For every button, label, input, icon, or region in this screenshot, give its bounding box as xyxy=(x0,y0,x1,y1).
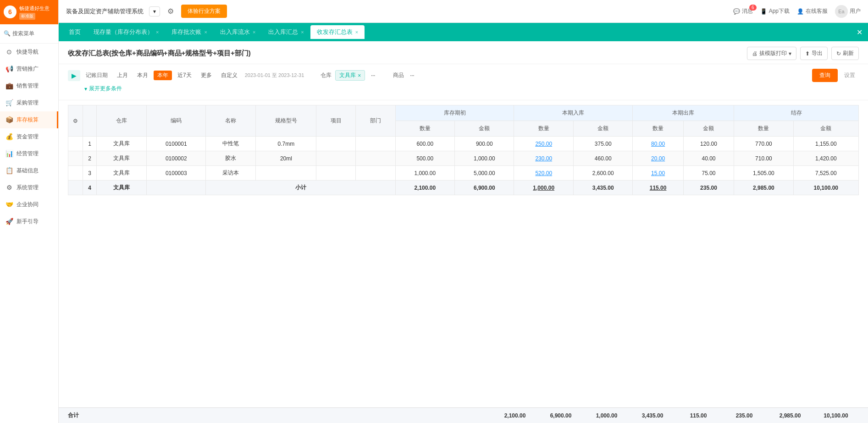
header-settings-button[interactable]: ⚙ xyxy=(166,5,176,17)
tab-home[interactable]: 首页 xyxy=(62,25,87,39)
sidebar-item-marketing[interactable]: 📢 营销推广 xyxy=(0,60,58,77)
sidebar-item-guide[interactable]: 🚀 新手引导 xyxy=(0,213,58,230)
subtotal-in-amt: 3,435.00 xyxy=(573,181,632,195)
date-btn-more[interactable]: 更多 xyxy=(197,71,216,80)
th-in-amt: 金额 xyxy=(573,121,632,137)
total-end-qty: 2,985.00 xyxy=(767,412,813,419)
date-btn-last-month[interactable]: 上月 xyxy=(113,71,132,80)
search-menu-button[interactable]: 🔍 搜索菜单 xyxy=(4,28,55,39)
row-code: 0100003 xyxy=(147,166,206,181)
date-btn-this-year[interactable]: 本年 xyxy=(154,71,172,80)
total-in-qty: 1,000.00 xyxy=(584,412,630,419)
message-action[interactable]: 💬 消息 6 xyxy=(733,7,753,15)
row-out-qty[interactable]: 20.00 xyxy=(633,151,683,166)
avatar: Ea xyxy=(835,5,848,18)
online-service-action[interactable]: 👤 在线客服 xyxy=(797,7,828,15)
logo-text: 畅捷通好生意 标准版 xyxy=(19,5,50,20)
settings-link-button[interactable]: 设置 xyxy=(840,70,859,81)
row-open-amt: 5,000.00 xyxy=(455,166,514,181)
tab-bar-close-button[interactable]: ✕ xyxy=(855,26,864,38)
sidebar-item-collab[interactable]: 🤝 企业协同 xyxy=(0,196,58,213)
row-out-qty[interactable]: 15.00 xyxy=(633,166,683,181)
date-btn-7days[interactable]: 近7天 xyxy=(174,71,195,80)
sidebar-item-basic-info[interactable]: 📋 基础信息 xyxy=(0,162,58,179)
total-out-amt: 235.00 xyxy=(721,412,767,419)
tab-inout-flow[interactable]: 出入库流水 × xyxy=(214,25,262,39)
th-in-qty: 数量 xyxy=(514,121,573,137)
row-spec: 20ml xyxy=(256,151,316,166)
date-btn-custom[interactable]: 自定义 xyxy=(217,71,241,80)
th-settings[interactable]: ⚙ xyxy=(68,105,83,137)
sidebar-item-system[interactable]: ⚙ 系统管理 xyxy=(0,179,58,196)
chevron-down-icon: ▾ xyxy=(789,50,791,57)
subtotal-label: 小计 xyxy=(206,181,395,195)
print-button[interactable]: 🖨 拔模版打印 ▾ xyxy=(747,47,796,60)
tab-close-inventory-dist[interactable]: × xyxy=(156,30,159,35)
subtotal-row: 4 文具库 小计 2,100.00 6,900.00 1,000.00 3,43… xyxy=(68,181,859,195)
sidebar-item-inventory[interactable]: 📦 库存核算 xyxy=(0,111,58,128)
date-filter-label: 记账日期 xyxy=(86,71,108,79)
row-out-qty[interactable]: 80.00 xyxy=(633,137,683,151)
message-badge: 6 xyxy=(749,5,757,11)
expand-icon: ▾ xyxy=(84,86,87,92)
th-spec: 规格型号 xyxy=(256,105,316,137)
system-title: 装备及固定资产辅助管理系统 xyxy=(66,7,144,16)
row-num: 2 xyxy=(83,151,97,166)
sidebar-item-sales[interactable]: 💼 销售管理 xyxy=(0,77,58,94)
subtotal-end-qty: 2,985.00 xyxy=(734,181,793,195)
total-values: 2,100.00 6,900.00 1,000.00 3,435.00 115.… xyxy=(492,412,859,419)
refresh-button[interactable]: ↻ 刷新 xyxy=(831,47,859,60)
row-dept xyxy=(356,166,395,181)
system-dropdown[interactable]: ▾ xyxy=(149,6,160,16)
sidebar-search[interactable]: 🔍 搜索菜单 xyxy=(0,24,58,44)
query-button[interactable]: 查询 xyxy=(812,69,838,82)
date-range-display: 2023-01-01 至 2023-12-31 xyxy=(245,72,304,79)
th-period-out: 本期出库 xyxy=(633,105,734,121)
filter-expand-arrow[interactable]: ▶ xyxy=(68,70,80,81)
row-in-qty[interactable]: 230.00 xyxy=(514,151,573,166)
th-opening: 库存期初 xyxy=(395,105,514,121)
bottom-total-bar: 合计 2,100.00 6,900.00 1,000.00 3,435.00 1… xyxy=(59,407,868,423)
table-row: 3 文具库 0100003 采访本 1,000.00 5,000.00 520.… xyxy=(68,166,859,181)
row-in-qty[interactable]: 250.00 xyxy=(514,137,573,151)
total-open-qty: 2,100.00 xyxy=(492,412,538,419)
system-icon: ⚙ xyxy=(6,184,13,191)
warehouse-more-button[interactable]: ··· xyxy=(369,71,376,80)
sidebar-item-quick-nav[interactable]: ⊙ 快捷导航 xyxy=(0,44,58,60)
tab-close-recv-send-summary[interactable]: × xyxy=(355,30,358,35)
export-button[interactable]: ⬆ 导出 xyxy=(800,47,828,60)
row-code: 0100001 xyxy=(147,137,206,151)
tab-close-batch[interactable]: × xyxy=(204,30,207,35)
table-row: 1 文具库 0100001 中性笔 0.7mm 600.00 900.00 25… xyxy=(68,137,859,151)
row-in-qty[interactable]: 520.00 xyxy=(514,166,573,181)
trial-button[interactable]: 体验行业方案 xyxy=(181,5,227,18)
date-btn-this-month[interactable]: 本月 xyxy=(133,71,152,80)
warehouse-tag-close[interactable]: × xyxy=(358,72,361,79)
marketing-icon: 📢 xyxy=(6,65,13,72)
expand-conditions-button[interactable]: ▾ 展开更多条件 xyxy=(84,85,122,93)
tab-close-inout-flow[interactable]: × xyxy=(253,30,255,35)
sidebar-item-purchase[interactable]: 🛒 采购管理 xyxy=(0,94,58,111)
subtotal-num: 4 xyxy=(83,181,97,195)
th-out-amt: 金额 xyxy=(683,121,734,137)
sidebar-item-operation[interactable]: 📊 经营管理 xyxy=(0,145,58,162)
tab-close-inout-summary[interactable]: × xyxy=(301,30,304,35)
tab-recv-send-summary[interactable]: 收发存汇总表 × xyxy=(310,25,365,39)
th-project: 项目 xyxy=(316,105,356,137)
app-download-action[interactable]: 📱 App下载 xyxy=(760,7,790,15)
row-name: 胶水 xyxy=(206,151,256,166)
operation-icon: 📊 xyxy=(6,150,13,157)
sidebar-item-finance[interactable]: 💰 资金管理 xyxy=(0,128,58,145)
tab-inout-summary[interactable]: 出入库汇总 × xyxy=(262,25,310,39)
subtotal-open-amt: 6,900.00 xyxy=(455,181,514,195)
subtotal-code xyxy=(147,181,206,195)
tab-batch[interactable]: 库存批次账 × xyxy=(165,25,213,39)
header-left: 装备及固定资产辅助管理系统 ▾ ⚙ 体验行业方案 xyxy=(66,5,227,18)
goods-more-button[interactable]: ··· xyxy=(408,71,415,80)
row-out-amt: 40.00 xyxy=(683,151,734,166)
th-num xyxy=(83,105,97,137)
tab-inventory-dist[interactable]: 现存量（库存分布表） × xyxy=(87,25,165,39)
row-in-amt: 2,600.00 xyxy=(573,166,632,181)
subtotal-out-qty: 115.00 xyxy=(633,181,683,195)
user-action[interactable]: Ea 用户 xyxy=(835,5,861,18)
